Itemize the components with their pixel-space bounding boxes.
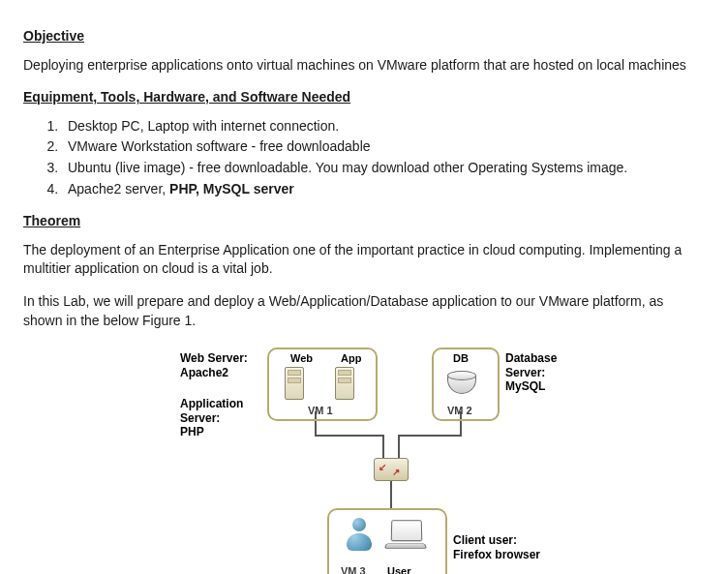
app-server-line1: Application — [180, 397, 243, 410]
app-server-icon — [335, 367, 354, 406]
equipment-list: Desktop PC, Laptop with internet connect… — [62, 117, 705, 198]
db-server-label: Database Server: MySQL — [505, 351, 557, 393]
theorem-heading: Theorem — [23, 212, 705, 231]
vm3-label: VM 3 — [341, 564, 366, 574]
list-item: Apache2 server, PHP, MySQL server — [62, 180, 705, 199]
switch-icon: ↙ ↗ — [374, 458, 409, 481]
laptop-icon — [385, 520, 424, 547]
theorem-p1: The deployment of an Enterprise Applicat… — [23, 241, 705, 279]
objective-heading: Objective — [23, 27, 705, 46]
db-server-line3: MySQL — [505, 379, 545, 393]
app-server-label: Application Server: PHP — [180, 397, 243, 438]
client-label: Client user: Firefox browser — [453, 533, 540, 561]
user-label: User — [387, 564, 410, 574]
diagram: Web Server: Apache2 Application Server: … — [161, 344, 567, 574]
web-server-icon — [285, 367, 304, 406]
list-item-prefix: Apache2 server, — [68, 181, 169, 196]
list-item: Ubuntu (live image) - free downloadable.… — [62, 159, 705, 178]
vm1-label: VM 1 — [308, 404, 333, 418]
theorem-p2: In this Lab, we will prepare and deploy … — [23, 292, 705, 330]
list-item: VMware Workstation software - free downl… — [62, 137, 705, 157]
list-item-bold: PHP, MySQL server — [169, 181, 294, 196]
vm2-label: VM 2 — [447, 404, 472, 418]
app-server-line3: PHP — [180, 425, 204, 438]
list-item: Desktop PC, Laptop with internet connect… — [62, 117, 705, 136]
web-server-label: Web Server: Apache2 — [180, 351, 248, 379]
db-icon — [447, 371, 476, 394]
client-line2: Firefox browser — [453, 548, 540, 561]
app-server-line2: Server: — [180, 411, 220, 425]
objective-text: Deploying enterprise applications onto v… — [23, 56, 705, 76]
figure: Web Server: Apache2 Application Server: … — [23, 344, 705, 574]
db-label: DB — [453, 351, 469, 366]
web-server-line2: Apache2 — [180, 366, 228, 379]
client-line1: Client user: — [453, 533, 517, 547]
web-server-line1: Web Server: — [180, 351, 248, 365]
user-icon — [345, 518, 374, 551]
web-label: Web — [290, 351, 313, 366]
app-label: App — [341, 351, 361, 366]
db-server-line2: Server: — [505, 366, 545, 379]
equipment-heading: Equipment, Tools, Hardware, and Software… — [23, 88, 705, 107]
db-server-line1: Database — [505, 351, 557, 365]
